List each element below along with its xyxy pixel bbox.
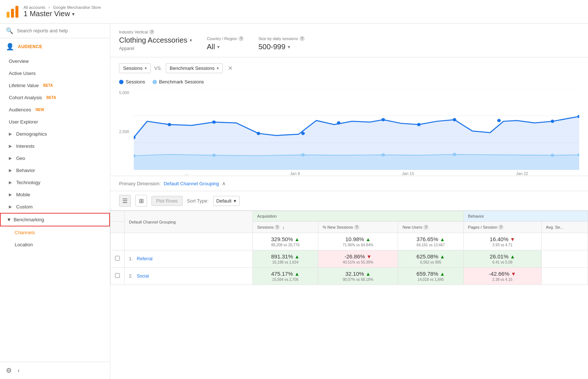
up-arrow-new-users-icon: ▲: [440, 236, 445, 242]
sidebar-item-custom[interactable]: ▶ Custom: [0, 201, 110, 213]
sidebar-item-mobile[interactable]: ▶ Mobile: [0, 189, 110, 201]
row2-checkbox[interactable]: [115, 273, 120, 278]
sidebar-item-behavior[interactable]: ▶ Behavior: [0, 164, 110, 176]
view-dropdown-arrow[interactable]: ▾: [72, 11, 75, 17]
svg-rect-2: [15, 6, 18, 18]
summary-avg-session-cell: [541, 233, 588, 250]
top-header: All accounts > Google Merchandise Store …: [0, 0, 588, 24]
sidebar-item-audiences[interactable]: Audiences NEW: [0, 104, 110, 116]
country-filter-value[interactable]: All ▾: [207, 43, 244, 51]
behavior-group-header: Behavior: [463, 211, 588, 222]
grid-view-button[interactable]: ⊞: [135, 195, 147, 207]
row2-sessions-detail: 15,564 vs 2,706: [257, 278, 313, 282]
channel-grouping-header: Default Channel Grouping: [125, 211, 253, 233]
sidebar-item-user-explorer[interactable]: User Explorer: [0, 116, 110, 128]
pages-col-header[interactable]: Pages / Session ?: [463, 222, 541, 233]
metric1-dropdown[interactable]: Sessions ▾: [119, 63, 151, 73]
primary-dim-value[interactable]: Default Channel Grouping: [164, 181, 219, 186]
new-sessions-col-header[interactable]: % New Sessions ?: [318, 222, 398, 233]
country-filter-group: Country / Region ? All ▾: [207, 36, 244, 51]
size-filter-group: Size by daily sessions ? 500-999 ▾: [258, 36, 305, 51]
sidebar-item-geo[interactable]: ▶ Geo: [0, 152, 110, 164]
size-help-icon[interactable]: ?: [300, 36, 305, 41]
row2-new-users-cell: 659.78% ▲ 14,018 vs 1,845: [398, 268, 463, 285]
sidebar-item-overview[interactable]: Overview: [0, 55, 110, 67]
chart-x-axis: ... Jan 8 Jan 15 Jan 22: [134, 170, 579, 176]
sidebar-item-cohort-analysis[interactable]: Cohort Analysis BETA: [0, 92, 110, 104]
row1-new-users-pct: 625.08% ▲: [402, 253, 459, 260]
row2-pages-pct: -42.66% ▼: [468, 271, 537, 277]
svg-point-17: [551, 120, 554, 123]
summary-pages-detail: 3.93 vs 4.71: [468, 243, 537, 247]
summary-sessions-detail: 89,208 vs 20,770: [257, 243, 313, 247]
avg-session-col-header[interactable]: Avg. Se...: [541, 222, 588, 233]
settings-icon[interactable]: ⚙: [6, 367, 12, 375]
collapse-dimension-btn[interactable]: ∧: [222, 180, 226, 186]
svg-point-8: [168, 123, 171, 126]
industry-filter-value[interactable]: Clothing Accessories ▾: [119, 36, 192, 44]
industry-label: Industry Vertical ?: [119, 29, 192, 35]
row1-pages-pct: 26.01% ▲: [468, 253, 537, 260]
audience-section-header: 👤 AUDIENCE: [0, 38, 110, 55]
sidebar-item-lifetime-value[interactable]: Lifetime Value BETA: [0, 79, 110, 92]
sidebar-item-active-users[interactable]: Active Users: [0, 67, 110, 79]
new-users-help-icon[interactable]: ?: [423, 225, 429, 230]
row1-checkbox-cell[interactable]: [111, 250, 125, 268]
benchmark-legend-dot: [153, 80, 157, 84]
industry-dropdown-btn[interactable]: ▾: [190, 37, 192, 43]
sidebar-item-location[interactable]: Location: [0, 239, 110, 251]
sidebar-footer: ⚙ ‹: [0, 362, 110, 379]
row2-checkbox-cell[interactable]: [111, 268, 125, 285]
sessions-col-header[interactable]: Sessions ? ↓: [252, 222, 318, 233]
svg-point-12: [337, 121, 341, 125]
chart-y-axis: 5,000 2,500: [119, 89, 134, 170]
row1-new-sessions-detail: 40.51% vs 55.39%: [323, 260, 393, 264]
sidebar-item-channels[interactable]: Channels: [0, 226, 110, 239]
search-input[interactable]: [17, 28, 104, 33]
sidebar-item-demographics[interactable]: ▶ Demographics: [0, 128, 110, 140]
industry-help-icon[interactable]: ?: [149, 29, 154, 35]
svg-point-16: [497, 119, 501, 122]
content-area: Industry Vertical ? Clothing Accessories…: [110, 24, 588, 379]
country-dropdown-btn[interactable]: ▾: [217, 44, 220, 50]
pages-help-icon[interactable]: ?: [498, 225, 503, 230]
row2-num: 2.: [129, 273, 133, 279]
metric-selectors: Sessions ▾ VS. Benchmark Sessions ▾ ✕: [119, 63, 579, 73]
size-dropdown-btn[interactable]: ▾: [288, 44, 290, 50]
vs-label: VS.: [154, 65, 162, 71]
chart-section: Sessions ▾ VS. Benchmark Sessions ▾ ✕ Se…: [110, 57, 588, 176]
row2-channel-name[interactable]: Social: [137, 273, 149, 279]
sidebar-item-benchmarking[interactable]: ▼ Benchmarking: [0, 213, 110, 226]
size-filter-value[interactable]: 500-999 ▾: [258, 43, 305, 51]
chevron-right-icon-custom: ▶: [9, 204, 12, 209]
svg-point-13: [381, 118, 385, 121]
remove-metric2-button[interactable]: ✕: [228, 65, 233, 72]
country-help-icon[interactable]: ?: [239, 36, 244, 41]
row1-avg-session-cell: [541, 250, 588, 268]
chevron-down-icon-bench: ▼: [7, 217, 11, 222]
new-users-col-header[interactable]: New Users ?: [398, 222, 463, 233]
row1-channel-name[interactable]: Referral: [137, 256, 153, 261]
main-layout: 🔍 👤 AUDIENCE Overview Active Users Lifet…: [0, 24, 588, 379]
sidebar-item-technology[interactable]: ▶ Technology: [0, 176, 110, 189]
table-controls: ☰ ⊞ Plot Rows Sort Type: Default ▾: [110, 191, 588, 211]
list-view-button[interactable]: ☰: [119, 195, 131, 207]
view-title[interactable]: 1 Master View ▾: [24, 10, 101, 18]
row2-new-sessions-up-icon: ▲: [366, 271, 371, 277]
row2-new-sessions-cell: 32.10% ▲ 90.07% vs 68.18%: [318, 268, 398, 285]
data-table: Default Channel Grouping Acquisition Beh…: [110, 211, 588, 285]
table-row: 1. Referral 891.31% ▲ 16,198 vs 1,634 -2…: [111, 250, 588, 268]
collapse-sidebar-icon[interactable]: ‹: [18, 367, 19, 374]
sessions-help-icon[interactable]: ?: [275, 225, 280, 230]
summary-new-users-cell: 376.65% ▲ 64,191 vs 13,467: [398, 233, 463, 250]
svg-point-11: [301, 132, 305, 135]
sort-type-select[interactable]: Default ▾: [213, 196, 240, 206]
svg-point-20: [212, 154, 216, 157]
google-analytics-logo: [6, 5, 19, 18]
sidebar-item-interests[interactable]: ▶ Interests: [0, 140, 110, 152]
svg-point-23: [453, 153, 456, 156]
row1-checkbox[interactable]: [115, 256, 120, 261]
plot-rows-button[interactable]: Plot Rows: [151, 196, 183, 206]
new-sessions-help-icon[interactable]: ?: [354, 225, 359, 230]
metric2-dropdown[interactable]: Benchmark Sessions ▾: [166, 63, 223, 73]
